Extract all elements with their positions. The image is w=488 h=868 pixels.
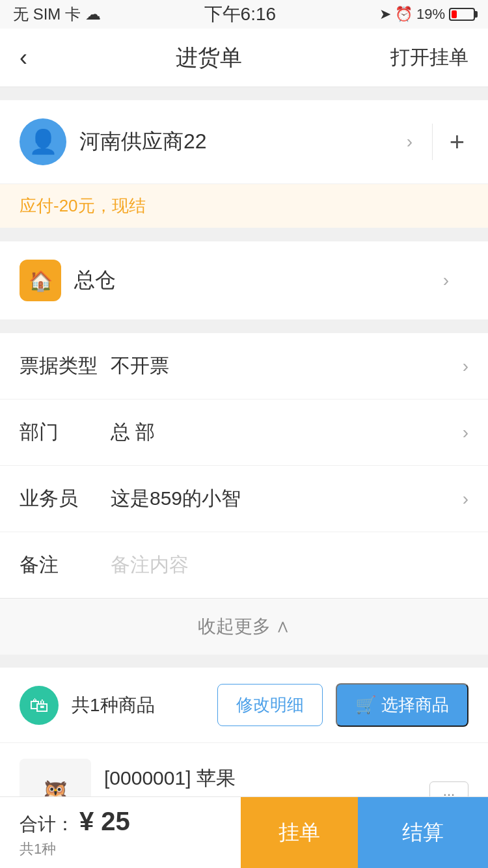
total-sub: 共1种 xyxy=(20,839,221,859)
total-label: 合计： xyxy=(20,812,74,837)
supplier-avatar: 👤 xyxy=(20,118,66,165)
collapse-row[interactable]: 收起更多 ∧ xyxy=(0,598,488,655)
warehouse-section: 🏠 总仓 › xyxy=(0,241,488,319)
bottom-bar: 合计： ¥ 25 共1种 挂单 结算 xyxy=(0,796,488,868)
hang-button[interactable]: 挂单 xyxy=(241,797,358,868)
status-time: 下午6:16 xyxy=(204,2,277,27)
remark-placeholder: 备注内容 xyxy=(111,552,468,578)
notice-bar: 应付-20元，现结 xyxy=(0,184,488,228)
warehouse-row[interactable]: 🏠 总仓 › xyxy=(0,241,488,319)
invoice-chevron-icon: › xyxy=(463,356,468,377)
product-count-text: 共1种商品 xyxy=(72,693,204,718)
product-name: [0000001] 苹果 xyxy=(104,765,416,792)
product-header: 🛍 共1种商品 修改明细 🛒 选择商品 xyxy=(0,668,488,742)
dept-row[interactable]: 部门 总 部 › xyxy=(0,399,488,465)
status-right: ➤ ⏰ 19% xyxy=(379,6,475,23)
salesman-label: 业务员 xyxy=(20,485,111,512)
gap-3 xyxy=(0,319,488,332)
dept-value: 总 部 xyxy=(111,419,463,446)
supplier-section: 👤 河南供应商22 › + 应付-20元，现结 xyxy=(0,100,488,228)
product-count-icon: 🛍 xyxy=(20,686,59,725)
edit-detail-button[interactable]: 修改明细 xyxy=(217,684,323,726)
checkout-label: 结算 xyxy=(402,819,444,847)
page-title: 进货单 xyxy=(176,43,242,73)
salesman-chevron-icon: › xyxy=(463,489,468,509)
gap-1 xyxy=(0,87,488,100)
salesman-value: 这是859的小智 xyxy=(111,485,463,512)
sim-label: 无 SIM 卡 ☁ xyxy=(13,4,101,25)
salesman-row[interactable]: 业务员 这是859的小智 › xyxy=(0,465,488,532)
bottom-total: 合计： ¥ 25 共1种 xyxy=(0,797,241,868)
gap-2 xyxy=(0,228,488,241)
home-icon: 🏠 xyxy=(29,269,53,292)
dept-chevron-icon: › xyxy=(463,422,468,443)
cart-icon: 🛒 xyxy=(355,695,376,715)
gap-4 xyxy=(0,655,488,668)
back-button[interactable]: ‹ xyxy=(20,44,27,72)
supplier-chevron-icon: › xyxy=(407,131,413,152)
open-pending-button[interactable]: 打开挂单 xyxy=(390,44,468,71)
invoice-row[interactable]: 票据类型 不开票 › xyxy=(0,332,488,399)
warehouse-chevron-icon: › xyxy=(443,270,449,291)
total-main: 合计： ¥ 25 xyxy=(20,807,221,837)
battery-icon xyxy=(449,8,475,21)
product-code: [0000001] xyxy=(104,767,191,789)
select-product-button[interactable]: 🛒 选择商品 xyxy=(336,683,468,727)
remark-label: 备注 xyxy=(20,552,111,578)
form-section: 票据类型 不开票 › 部门 总 部 › 业务员 这是859的小智 › 备注 备注… xyxy=(0,332,488,655)
alarm-icon: ⏰ xyxy=(395,6,413,23)
person-icon: 👤 xyxy=(29,128,58,156)
supplier-name: 河南供应商22 xyxy=(79,128,407,156)
status-bar: 无 SIM 卡 ☁ 下午6:16 ➤ ⏰ 19% xyxy=(0,0,488,29)
select-product-label: 选择商品 xyxy=(381,694,449,716)
remark-row[interactable]: 备注 备注内容 xyxy=(0,532,488,598)
warehouse-name: 总仓 xyxy=(74,266,443,295)
nav-bar: ‹ 进货单 打开挂单 xyxy=(0,29,488,87)
product-title: 苹果 xyxy=(197,767,236,789)
warehouse-icon-wrap: 🏠 xyxy=(20,260,61,301)
total-amount: ¥ 25 xyxy=(79,807,130,836)
dept-label: 部门 xyxy=(20,419,111,446)
collapse-label: 收起更多 ∧ xyxy=(198,614,291,639)
checkout-button[interactable]: 结算 xyxy=(358,797,488,868)
add-button[interactable]: + xyxy=(432,124,468,160)
status-left: 无 SIM 卡 ☁ xyxy=(13,4,101,25)
location-icon: ➤ xyxy=(379,6,391,23)
invoice-label: 票据类型 xyxy=(20,353,111,379)
hang-label: 挂单 xyxy=(278,819,320,847)
shopping-bag-icon: 🛍 xyxy=(29,694,49,716)
invoice-value: 不开票 xyxy=(111,353,463,379)
battery-pct: 19% xyxy=(416,6,445,23)
supplier-row[interactable]: 👤 河南供应商22 › + xyxy=(0,100,488,184)
